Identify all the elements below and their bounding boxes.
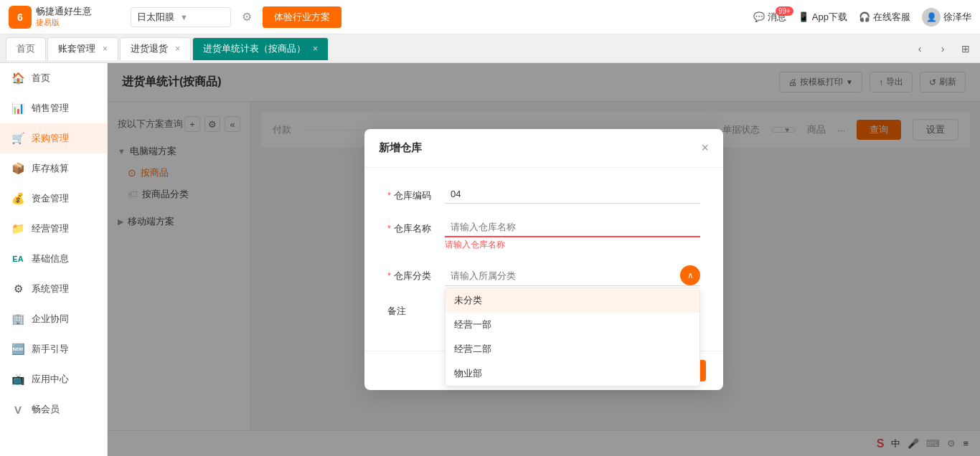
dropdown-item-unclassified[interactable]: 未分类 xyxy=(446,288,699,313)
finance-icon: 💰 xyxy=(11,192,24,205)
username-label: 徐泽华 xyxy=(943,11,971,24)
store-selector[interactable]: 日太阳膜 ▼ xyxy=(131,7,231,27)
online-service-button[interactable]: 🎧 在线客服 xyxy=(859,11,910,24)
name-error-message: 请输入仓库名称 xyxy=(445,239,700,251)
sidebar-item-base[interactable]: EA 基础信息 xyxy=(0,244,107,274)
warehouse-name-input[interactable] xyxy=(445,218,700,237)
user-menu-button[interactable]: 👤 徐泽华 xyxy=(922,8,971,27)
dialog-body: 仓库编码 仓库名称 请输入仓库名称 xyxy=(364,168,723,351)
purchase-icon: 🛒 xyxy=(11,132,24,145)
dialog-close-button[interactable]: × xyxy=(701,141,709,156)
sidebar-enterprise-label: 企业协同 xyxy=(32,313,69,326)
tab-accounts[interactable]: 账套管理 × xyxy=(47,37,118,60)
sidebar-guide-label: 新手引导 xyxy=(32,343,69,356)
dropdown-item-property[interactable]: 物业部 xyxy=(446,361,699,386)
sidebar-sales-label: 销售管理 xyxy=(32,102,69,115)
accounts-tab-label: 账套管理 xyxy=(58,42,95,55)
system-icon: ⚙ xyxy=(11,282,24,295)
warehouse-name-row: 仓库名称 请输入仓库名称 xyxy=(387,218,700,251)
main-layout: 🏠 首页 📊 销售管理 🛒 采购管理 📦 库存核算 💰 资金管理 📁 经营管理 … xyxy=(0,63,980,456)
name-input-wrapper: 请输入仓库名称 xyxy=(445,218,700,251)
sidebar-item-system[interactable]: ⚙ 系统管理 xyxy=(0,274,107,304)
purchase-return-tab-close[interactable]: × xyxy=(175,44,180,54)
name-label: 仓库名称 xyxy=(387,218,445,235)
header-right-area: 💬 消息 99+ 📱 App下载 🎧 在线客服 👤 徐泽华 xyxy=(753,8,971,27)
sidebar-member-label: 畅会员 xyxy=(32,403,60,416)
category-dropdown: 未分类 经营一部 经营二部 物业部 xyxy=(445,288,700,386)
purchase-stats-tab-close[interactable]: × xyxy=(313,44,318,54)
sidebar-item-purchase[interactable]: 🛒 采购管理 xyxy=(0,123,107,153)
app-name: 畅捷通好生意 xyxy=(36,6,92,17)
tab-bar: 首页 账套管理 × 进货退货 × 进货单统计表（按商品） × ‹ › ⊞ xyxy=(0,34,980,63)
warehouse-code-row: 仓库编码 xyxy=(387,185,700,204)
enterprise-icon: 🏢 xyxy=(11,313,24,326)
tab-home[interactable]: 首页 xyxy=(6,37,46,60)
apps-icon: 📺 xyxy=(11,373,24,386)
modal-overlay: 新增仓库 × 仓库编码 仓库名称 xyxy=(108,63,980,456)
headphone-icon: 🎧 xyxy=(859,11,870,22)
tab-controls: ‹ › ⊞ xyxy=(911,40,974,57)
sidebar-system-label: 系统管理 xyxy=(32,282,69,295)
logo-area: 6 畅捷通好生意 捷易版 xyxy=(9,6,116,29)
dropdown-item-ops1[interactable]: 经营一部 xyxy=(446,313,699,337)
sidebar-item-sales[interactable]: 📊 销售管理 xyxy=(0,93,107,123)
top-header: 6 畅捷通好生意 捷易版 日太阳膜 ▼ ⚙ 体验行业方案 💬 消息 99+ 📱 … xyxy=(0,0,980,34)
member-icon: V xyxy=(11,403,24,416)
warehouse-code-input[interactable] xyxy=(445,185,700,204)
messages-button[interactable]: 💬 消息 99+ xyxy=(753,11,786,24)
logo-text-group: 畅捷通好生意 捷易版 xyxy=(36,6,92,28)
sales-icon: 📊 xyxy=(11,102,24,115)
tab-prev-button[interactable]: ‹ xyxy=(911,40,928,57)
message-icon: 💬 xyxy=(753,11,765,22)
warehouse-category-row: 仓库分类 ∧ 未分类 xyxy=(387,265,700,286)
category-chevron-button[interactable]: ∧ xyxy=(680,265,700,285)
content-area: 进货单统计(按商品) 🖨 按模板打印 ▼ ↑ 导出 ↺ 刷新 xyxy=(108,63,980,456)
sidebar-base-label: 基础信息 xyxy=(32,252,69,265)
dropdown-item-ops2[interactable]: 经营二部 xyxy=(446,337,699,361)
phone-icon: 📱 xyxy=(798,11,809,22)
store-dropdown-icon: ▼ xyxy=(180,13,188,22)
base-icon: EA xyxy=(11,252,24,265)
code-label: 仓库编码 xyxy=(387,185,445,202)
sidebar-item-operation[interactable]: 📁 经营管理 xyxy=(0,214,107,244)
purchase-return-tab-label: 进货退货 xyxy=(131,42,168,55)
home-icon: 🏠 xyxy=(11,72,24,85)
sidebar-operation-label: 经营管理 xyxy=(32,222,69,235)
notes-label: 备注 xyxy=(387,300,445,318)
sidebar-item-guide[interactable]: 🆕 新手引导 xyxy=(0,334,107,364)
tab-menu-button[interactable]: ⊞ xyxy=(957,40,974,57)
sidebar-item-apps[interactable]: 📺 应用中心 xyxy=(0,364,107,394)
sidebar-apps-label: 应用中心 xyxy=(32,373,69,386)
store-name: 日太阳膜 xyxy=(137,11,174,24)
header-search-area: 日太阳膜 ▼ ⚙ 体验行业方案 xyxy=(131,6,739,28)
sidebar-item-home[interactable]: 🏠 首页 xyxy=(0,63,107,93)
add-warehouse-dialog: 新增仓库 × 仓库编码 仓库名称 xyxy=(364,129,723,390)
app-edition: 捷易版 xyxy=(36,17,92,28)
accounts-tab-close[interactable]: × xyxy=(103,44,108,54)
user-avatar: 👤 xyxy=(922,8,941,27)
code-input-wrapper xyxy=(445,185,700,204)
sidebar-item-inventory[interactable]: 📦 库存核算 xyxy=(0,153,107,184)
tab-next-button[interactable]: › xyxy=(934,40,951,57)
sidebar-inventory-label: 库存核算 xyxy=(32,162,69,175)
guide-icon: 🆕 xyxy=(11,343,24,356)
sidebar-item-member[interactable]: V 畅会员 xyxy=(0,394,107,424)
sidebar-item-enterprise[interactable]: 🏢 企业协同 xyxy=(0,304,107,334)
inventory-icon: 📦 xyxy=(11,162,24,175)
tab-purchase-return[interactable]: 进货退货 × xyxy=(120,37,191,60)
category-input-row: ∧ xyxy=(445,265,700,286)
purchase-stats-tab-label: 进货单统计表（按商品） xyxy=(203,42,306,55)
category-label: 仓库分类 xyxy=(387,265,445,282)
message-badge: 99+ xyxy=(776,6,793,16)
dialog-header: 新增仓库 × xyxy=(364,129,723,168)
tab-purchase-stats[interactable]: 进货单统计表（按商品） × xyxy=(192,37,329,60)
sidebar-finance-label: 资金管理 xyxy=(32,192,69,205)
trial-button[interactable]: 体验行业方案 xyxy=(263,6,341,28)
settings-gear-icon[interactable]: ⚙ xyxy=(237,7,257,27)
sidebar-item-finance[interactable]: 💰 资金管理 xyxy=(0,184,107,214)
app-download-button[interactable]: 📱 App下载 xyxy=(798,11,847,24)
warehouse-category-input[interactable] xyxy=(445,267,680,285)
sidebar-home-label: 首页 xyxy=(32,72,50,85)
operation-icon: 📁 xyxy=(11,222,24,235)
sidebar-purchase-label: 采购管理 xyxy=(32,132,69,145)
